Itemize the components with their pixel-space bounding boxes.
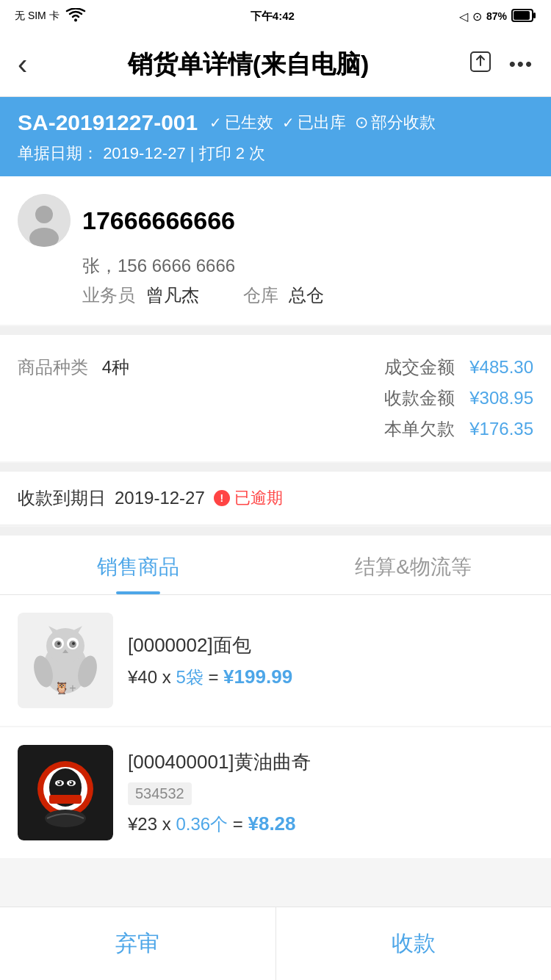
page-title: 销货单详情(来自电脑) bbox=[27, 48, 469, 82]
due-label: 收款到期日 bbox=[18, 486, 106, 510]
product-code-2: [000400001]黄油曲奇 bbox=[128, 749, 533, 775]
location-icon: ◁ bbox=[459, 10, 468, 24]
nav-bar: ‹ 销货单详情(来自电脑) ••• bbox=[0, 32, 551, 97]
product-type-label: 商品种类 bbox=[18, 357, 88, 377]
svg-point-17 bbox=[72, 642, 75, 645]
svg-point-7 bbox=[35, 206, 53, 223]
price-qty-1: 5袋 bbox=[176, 667, 203, 687]
collect-amount-value: ¥308.95 bbox=[469, 388, 533, 408]
product-price-2: ¥23 x 0.36个 = ¥8.28 bbox=[128, 813, 533, 836]
divider-1 bbox=[0, 326, 551, 335]
price-total-2: ¥8.28 bbox=[248, 813, 295, 835]
clock-icon: ⊙ bbox=[355, 113, 368, 132]
product-info-1: [0000002]面包 ¥40 x 5袋 = ¥199.99 bbox=[128, 633, 533, 689]
order-header: SA-20191227-001 ✓ 已生效 ✓ 已出库 ⊙ 部分收款 单据日期：… bbox=[0, 97, 551, 176]
price-qty-2: 0.36个 bbox=[176, 814, 228, 834]
badge-shipped: ✓ 已出库 bbox=[282, 112, 346, 134]
batch-tag-2: 534532 bbox=[128, 782, 192, 805]
tab-sales-label: 销售商品 bbox=[97, 555, 179, 578]
tab-settlement[interactable]: 结算&物流等 bbox=[276, 536, 551, 594]
order-id: SA-20191227-001 bbox=[18, 110, 198, 135]
svg-point-33 bbox=[58, 782, 60, 784]
badge-partial-label: 部分收款 bbox=[371, 112, 436, 134]
share-icon[interactable] bbox=[469, 51, 491, 78]
product-item-1: 🦉+ [0000002]面包 ¥40 x 5袋 = ¥199.99 bbox=[0, 595, 551, 726]
battery-icon bbox=[511, 9, 536, 24]
badge-shipped-label: 已出库 bbox=[298, 112, 346, 134]
salesperson-value: 曾凡杰 bbox=[146, 285, 199, 305]
sim-text: 无 SIM 卡 bbox=[15, 10, 60, 23]
warehouse-group: 仓库 总仓 bbox=[243, 284, 325, 307]
due-date-section: 收款到期日 2019-12-27 ! 已逾期 bbox=[0, 472, 551, 525]
customer-section: 17666666666 张，156 6666 6666 业务员 曾凡杰 仓库 总… bbox=[0, 176, 551, 325]
salesperson-label: 业务员 bbox=[82, 285, 135, 305]
more-icon[interactable]: ••• bbox=[509, 53, 533, 76]
svg-rect-30 bbox=[49, 795, 82, 804]
date-label: 单据日期： bbox=[18, 144, 98, 162]
badge-partial: ⊙ 部分收款 bbox=[355, 112, 436, 134]
stats-left: 商品种类 4种 bbox=[18, 356, 129, 379]
stats-right: 成交金额 ¥485.30 收款金额 ¥308.95 本单欠款 ¥176.35 bbox=[384, 356, 533, 441]
price-total-1: ¥199.99 bbox=[223, 666, 292, 688]
status-badges: ✓ 已生效 ✓ 已出库 ⊙ 部分收款 bbox=[209, 112, 436, 134]
tab-sales-products[interactable]: 销售商品 bbox=[0, 536, 276, 594]
status-bar: 无 SIM 卡 下午4:42 ◁ ⊙ 87% bbox=[0, 0, 551, 32]
owed-amount-label: 本单欠款 bbox=[384, 417, 455, 441]
cancel-button[interactable]: 弃审 bbox=[0, 907, 276, 980]
product-thumb-2 bbox=[18, 745, 113, 840]
due-date: 2019-12-27 bbox=[115, 488, 205, 508]
product-info-2: [000400001]黄油曲奇 534532 ¥23 x 0.36个 = ¥8.… bbox=[128, 749, 533, 836]
customer-row: 17666666666 bbox=[18, 194, 533, 247]
amount-row-2: 收款金额 ¥308.95 bbox=[384, 386, 533, 410]
warehouse-value: 总仓 bbox=[289, 285, 324, 305]
divider-2 bbox=[0, 463, 551, 472]
deal-amount-value: ¥485.30 bbox=[469, 357, 533, 378]
owed-amount-value: ¥176.35 bbox=[469, 419, 533, 439]
amount-row-1: 成交金额 ¥485.30 bbox=[384, 356, 533, 379]
overdue-dot-icon: ! bbox=[214, 490, 230, 506]
print-text: | 打印 2 次 bbox=[190, 144, 265, 162]
check-icon: ✓ bbox=[209, 114, 222, 131]
stats-section: 商品种类 4种 成交金额 ¥485.30 收款金额 ¥308.95 本单欠款 ¥… bbox=[0, 335, 551, 461]
product-batch-2: 534532 bbox=[128, 782, 533, 813]
svg-point-11 bbox=[46, 628, 84, 663]
cancel-label: 弃审 bbox=[115, 929, 159, 959]
badge-effective-label: 已生效 bbox=[225, 112, 273, 134]
svg-point-34 bbox=[70, 782, 72, 784]
product-code-1: [0000002]面包 bbox=[128, 633, 533, 658]
svg-point-35 bbox=[45, 810, 86, 827]
badge-effective: ✓ 已生效 bbox=[209, 112, 273, 134]
divider-3 bbox=[0, 527, 551, 536]
overdue-text: 已逾期 bbox=[234, 487, 283, 509]
tab-settlement-label: 结算&物流等 bbox=[355, 555, 472, 578]
svg-point-0 bbox=[74, 18, 77, 21]
nav-actions: ••• bbox=[469, 51, 533, 78]
warehouse-label: 仓库 bbox=[243, 285, 278, 305]
collect-button[interactable]: 收款 bbox=[276, 907, 552, 980]
back-button[interactable]: ‹ bbox=[18, 48, 27, 81]
product-item-2: [000400001]黄油曲奇 534532 ¥23 x 0.36个 = ¥8.… bbox=[0, 727, 551, 858]
order-date: 2019-12-27 bbox=[103, 144, 186, 162]
overdue-badge: ! 已逾期 bbox=[214, 487, 283, 509]
status-left: 无 SIM 卡 bbox=[15, 8, 86, 25]
product-thumb-1: 🦉+ bbox=[18, 613, 113, 708]
price-unit-1: ¥40 bbox=[128, 667, 157, 687]
svg-rect-2 bbox=[533, 12, 536, 18]
product-price-1: ¥40 x 5袋 = ¥199.99 bbox=[128, 666, 533, 689]
collect-amount-label: 收款金额 bbox=[384, 386, 455, 410]
battery-text: 87% bbox=[486, 10, 507, 22]
amount-row-3: 本单欠款 ¥176.35 bbox=[384, 417, 533, 441]
order-header-row2: 单据日期： 2019-12-27 | 打印 2 次 bbox=[18, 143, 533, 165]
products-section: 🦉+ [0000002]面包 ¥40 x 5袋 = ¥199.99 bbox=[0, 595, 551, 858]
status-right: ◁ ⊙ 87% bbox=[459, 9, 536, 24]
deal-amount-label: 成交金额 bbox=[384, 356, 455, 379]
svg-text:🦉+: 🦉+ bbox=[54, 681, 76, 695]
status-time: 下午4:42 bbox=[251, 10, 295, 24]
tabs: 销售商品 结算&物流等 bbox=[0, 536, 551, 595]
collect-label: 收款 bbox=[392, 929, 436, 959]
customer-phone[interactable]: 17666666666 bbox=[82, 206, 235, 235]
customer-name-phone: 张，156 6666 6666 bbox=[82, 254, 533, 278]
svg-point-16 bbox=[57, 642, 60, 645]
svg-rect-3 bbox=[514, 11, 530, 20]
bottom-bar: 弃审 收款 bbox=[0, 907, 551, 980]
